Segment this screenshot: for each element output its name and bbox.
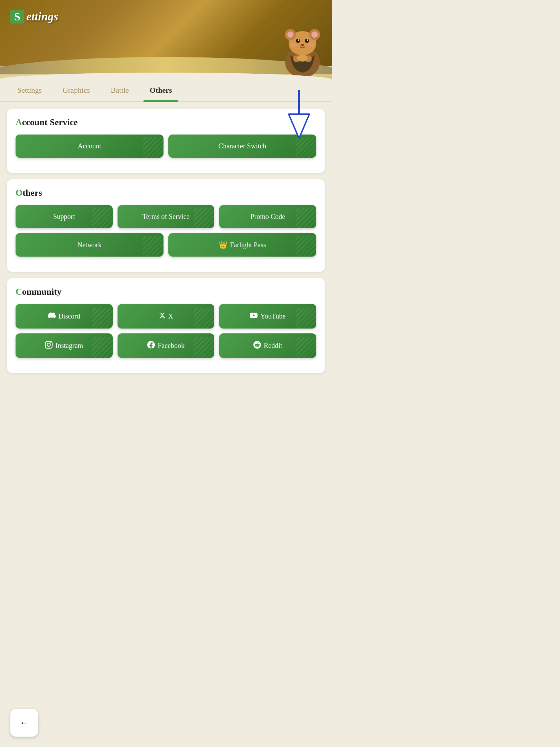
title-s-box: S — [10, 10, 24, 24]
content-area: Account Service Account Character Switch… — [0, 102, 332, 414]
crown-icon: 👑 — [219, 241, 227, 249]
svg-point-5 — [311, 31, 318, 38]
svg-point-3 — [287, 31, 293, 38]
account-button[interactable]: Account — [16, 135, 164, 158]
svg-point-10 — [301, 44, 304, 46]
network-button[interactable]: Network — [16, 233, 164, 257]
hamster-svg — [280, 17, 325, 76]
svg-point-15 — [297, 55, 308, 62]
terms-of-service-button[interactable]: Terms of Service — [118, 205, 215, 228]
facebook-icon — [147, 341, 155, 350]
community-title: Community — [16, 287, 316, 297]
account-service-buttons: Account Character Switch — [16, 135, 316, 158]
x-button[interactable]: X — [118, 304, 215, 329]
title-rest-text: ettings — [26, 10, 58, 23]
x-icon — [159, 312, 166, 321]
svg-point-9 — [307, 39, 308, 41]
community-row2: Instagram Facebook Reddit — [16, 333, 316, 358]
tab-settings[interactable]: Settings — [7, 80, 52, 101]
farlight-pass-button[interactable]: 👑 Farlight Pass — [168, 233, 316, 257]
youtube-icon — [250, 312, 258, 321]
instagram-icon — [45, 341, 53, 350]
others-section: Others Support Terms of Service Promo Co… — [7, 179, 325, 272]
tab-others[interactable]: Others — [139, 80, 183, 101]
svg-point-12 — [308, 43, 315, 47]
community-row1: Discord X YouTube — [16, 304, 316, 329]
account-service-title: Account Service — [16, 117, 316, 128]
svg-point-6 — [296, 39, 300, 43]
instagram-button[interactable]: Instagram — [16, 333, 113, 358]
reddit-button[interactable]: Reddit — [219, 333, 316, 358]
character-switch-button[interactable]: Character Switch — [168, 135, 316, 158]
svg-point-7 — [305, 39, 309, 43]
promo-code-button[interactable]: Promo Code — [219, 205, 316, 228]
others-row1: Support Terms of Service Promo Code — [16, 205, 316, 228]
title-s-letter: S — [14, 10, 20, 23]
discord-button[interactable]: Discord — [16, 304, 113, 329]
facebook-button[interactable]: Facebook — [118, 333, 215, 358]
discord-icon — [48, 312, 56, 321]
tabs-bar: Settings Graphics Battle Others — [0, 80, 332, 102]
svg-point-8 — [298, 39, 299, 41]
youtube-button[interactable]: YouTube — [219, 304, 316, 329]
others-title: Others — [16, 188, 316, 198]
community-section: Community Discord X YouTube — [7, 278, 325, 373]
tab-graphics[interactable]: Graphics — [52, 80, 100, 101]
header-banner: S ettings — [0, 0, 332, 80]
others-row2: Network 👑 Farlight Pass — [16, 233, 316, 257]
tab-battle[interactable]: Battle — [100, 80, 139, 101]
support-button[interactable]: Support — [16, 205, 113, 228]
settings-title-area: S ettings — [10, 10, 58, 24]
reddit-icon — [253, 341, 261, 350]
svg-point-11 — [290, 43, 297, 47]
account-service-section: Account Service Account Character Switch — [7, 109, 325, 173]
hamster-character — [280, 17, 325, 73]
